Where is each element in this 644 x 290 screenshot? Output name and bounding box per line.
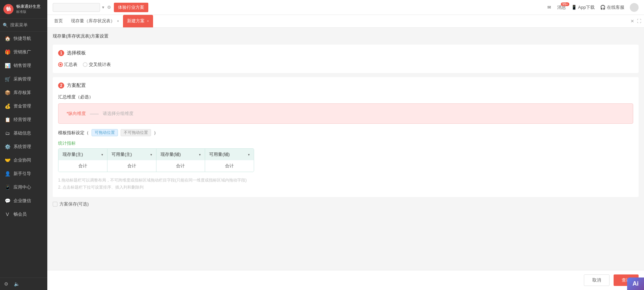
sidebar-item-appstore[interactable]: 📱 应用中心 <box>0 180 47 194</box>
tab-new-scheme-close-icon[interactable]: × <box>147 19 149 23</box>
topbar-gear-icon[interactable]: ⚙ <box>107 5 111 10</box>
window-close-icon[interactable]: ✕ <box>630 19 634 24</box>
sidebar-item-finance[interactable]: 💰 资金管理 <box>0 99 47 113</box>
template-radio-group: 汇总表 交叉统计表 <box>58 62 633 68</box>
user-avatar[interactable] <box>630 3 639 12</box>
volume-icon[interactable]: 🔈 <box>14 281 20 287</box>
handshake-icon: 🤝 <box>4 157 11 164</box>
radio-cross[interactable]: 交叉统计表 <box>83 62 111 68</box>
sidebar-item-enterprise-label: 企业协同 <box>14 157 31 163</box>
dimension-box[interactable]: *纵向维度 —— 请选择分组维度 <box>58 103 633 124</box>
stats-col-2-arrow-icon[interactable]: ▾ <box>199 153 201 156</box>
tabs-bar: 首页 现存量（库存状况表） × 新建方案 × ✕ ⛶ <box>47 15 644 28</box>
cart-icon: 🛒 <box>4 76 11 82</box>
window-expand-icon[interactable]: ⛶ <box>637 19 641 24</box>
gift-icon: 🎁 <box>4 49 11 55</box>
sidebar-item-basic-label: 基础信息 <box>14 130 31 136</box>
sidebar-item-purchase-label: 采购管理 <box>14 76 31 82</box>
indicator-settings-label: 模板指标设定（ 可拖动位置 不可拖动位置 ） <box>58 129 633 136</box>
messages-button[interactable]: ✉ 99+ 消息 <box>547 4 566 10</box>
save-option[interactable]: 方案保存(可选) <box>53 201 639 207</box>
sidebar-item-inventory[interactable]: 📦 库存核算 <box>0 86 47 99</box>
phone-icon: 📱 <box>571 5 577 10</box>
sidebar-item-system[interactable]: ⚙️ 系统管理 <box>0 140 47 153</box>
app-logo-icon: 畅 <box>3 4 14 14</box>
stats-col-2-label: 现存量(辅) <box>160 151 181 158</box>
tab-inventory-label: 现存量（库存状况表） <box>71 18 115 24</box>
message-icon: ✉ <box>547 5 551 10</box>
sidebar-item-sales[interactable]: 📊 销售管理 <box>0 59 47 72</box>
section1-header: 1 选择模板 <box>58 50 633 56</box>
sidebar-item-newbie[interactable]: 👤 新手引导 <box>0 167 47 180</box>
page-title: 现存量(库存状况表)方案设置 <box>53 33 639 39</box>
dimension-required-label: *纵向维度 <box>67 111 86 117</box>
footer: 取消 查询 <box>47 270 644 290</box>
mobile-icon: 📱 <box>4 184 11 191</box>
clipboard-icon: 📋 <box>4 116 11 123</box>
sidebar-item-wechat[interactable]: 💬 企业微信 <box>0 194 47 208</box>
sidebar: 畅 畅康通好生意 标准版 🔍 搜索菜单 🏠 快捷导航 🎁 营销推广 📊 销售管理… <box>0 0 47 290</box>
vip-icon: V <box>4 211 11 218</box>
sidebar-item-marketing[interactable]: 🎁 营销推广 <box>0 45 47 59</box>
tab-inventory-close-icon[interactable]: × <box>117 19 119 23</box>
sidebar-footer: ⚙ 🔈 <box>0 277 47 290</box>
sidebar-item-enterprise[interactable]: 🤝 企业协同 <box>0 153 47 167</box>
main-area: ▾ ⚙ 体验行业方案 ✉ 99+ 消息 📱 App下载 🎧 在线客服 首页 <box>47 0 644 290</box>
section-template: 1 选择模板 汇总表 交叉统计表 <box>53 45 639 73</box>
sidebar-item-management[interactable]: 📋 经营管理 <box>0 113 47 126</box>
stats-col-1[interactable]: 可用量(主) ▾ <box>107 149 156 160</box>
radio-cross-label: 交叉统计表 <box>89 62 111 68</box>
section1-num: 1 <box>58 50 64 56</box>
sidebar-item-member[interactable]: V 畅会员 <box>0 208 47 221</box>
stats-col-3-arrow-icon[interactable]: ▾ <box>248 153 250 156</box>
customer-service-button[interactable]: 🎧 在线客服 <box>600 4 624 10</box>
sidebar-item-inventory-label: 库存核算 <box>14 90 31 96</box>
sidebar-item-sales-label: 销售管理 <box>14 63 31 69</box>
sidebar-item-basic[interactable]: 🗂 基础信息 <box>0 126 47 140</box>
stats-section-label: 统计指标 <box>58 140 633 146</box>
dropdown-arrow-icon[interactable]: ▾ <box>102 5 104 10</box>
stats-table-body: 合计 合计 合计 合计 <box>58 160 254 172</box>
topbar-search-input[interactable] <box>53 3 100 12</box>
section1-title: 选择模板 <box>67 50 86 56</box>
tab-new-scheme[interactable]: 新建方案 × <box>123 15 153 27</box>
sidebar-item-finance-label: 资金管理 <box>14 103 31 109</box>
cancel-button[interactable]: 取消 <box>584 274 610 286</box>
save-checkbox[interactable] <box>53 202 57 207</box>
tab-inventory[interactable]: 现存量（库存状况表） × <box>67 15 123 27</box>
stats-col-2[interactable]: 现存量(辅) ▾ <box>156 149 205 160</box>
sidebar-search-label: 搜索菜单 <box>10 22 28 28</box>
topbar-search-area: ▾ <box>53 3 104 12</box>
messages-badge: 99+ <box>561 2 569 6</box>
sidebar-item-nav[interactable]: 🏠 快捷导航 <box>0 32 47 45</box>
app-download-button[interactable]: 📱 App下载 <box>571 4 595 10</box>
sidebar-search[interactable]: 🔍 搜索菜单 <box>0 19 47 32</box>
stats-col-3[interactable]: 可用量(辅) ▾ <box>205 149 254 160</box>
stats-col-0-arrow-icon[interactable]: ▾ <box>101 153 103 156</box>
chat-icon: 💬 <box>4 197 11 204</box>
ai-badge[interactable]: Ai <box>627 277 644 290</box>
person-icon: 👤 <box>4 170 11 177</box>
stats-col-1-arrow-icon[interactable]: ▾ <box>150 153 152 156</box>
stats-col-0[interactable]: 现存量(主) ▾ <box>58 149 107 160</box>
stats-col-0-label: 现存量(主) <box>63 151 83 158</box>
dimension-divider: —— <box>90 111 99 116</box>
indicator-settings-prefix: 模板指标设定（ <box>58 130 89 136</box>
sidebar-item-management-label: 经营管理 <box>14 117 31 123</box>
cta-button[interactable]: 体验行业方案 <box>114 3 148 12</box>
sidebar-item-marketing-label: 营销推广 <box>14 49 31 55</box>
customer-service-label: 在线客服 <box>607 4 624 10</box>
radio-cross-dot <box>83 62 88 67</box>
sidebar-item-purchase[interactable]: 🛒 采购管理 <box>0 72 47 86</box>
stats-cell-0: 合计 <box>58 160 107 172</box>
settings-icon[interactable]: ⚙ <box>4 281 8 287</box>
section2-header: 2 方案配置 <box>58 82 633 89</box>
topbar: ▾ ⚙ 体验行业方案 ✉ 99+ 消息 📱 App下载 🎧 在线客服 <box>47 0 644 15</box>
section2-num: 2 <box>58 82 64 89</box>
gear-icon: ⚙️ <box>4 143 11 150</box>
dimension-placeholder: 请选择分组维度 <box>103 111 133 117</box>
stats-col-3-label: 可用量(辅) <box>209 151 230 158</box>
stats-table-header: 现存量(主) ▾ 可用量(主) ▾ 现存量(辅) ▾ 可用量(辅) ▾ <box>58 149 254 160</box>
radio-summary[interactable]: 汇总表 <box>58 62 77 68</box>
tab-home[interactable]: 首页 <box>50 15 67 27</box>
